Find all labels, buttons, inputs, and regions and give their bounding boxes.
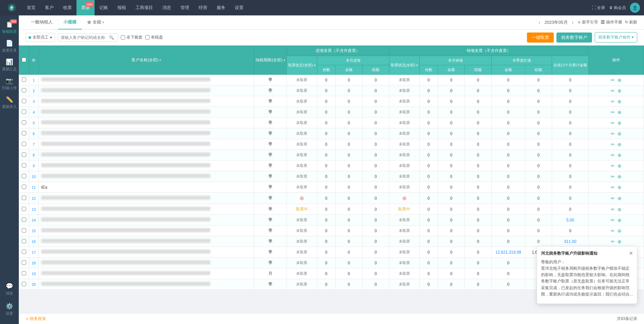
row-checkbox-cell[interactable]: [19, 225, 29, 236]
row-checkbox[interactable]: [22, 271, 26, 275]
next-month-btn[interactable]: ›: [571, 19, 575, 25]
copy-icon[interactable]: ⊕: [618, 99, 622, 104]
copy-icon[interactable]: ⊕: [618, 239, 622, 244]
out-status-cell[interactable]: 取票中: [389, 204, 419, 215]
row-checkbox-cell[interactable]: [19, 107, 29, 118]
in-status-cell[interactable]: 未取票: [287, 128, 317, 139]
tab-general[interactable]: 一般纳税人: [25, 15, 58, 29]
copy-icon[interactable]: ⊕: [618, 196, 622, 201]
row-checkbox-cell[interactable]: [19, 128, 29, 139]
out-status-cell[interactable]: 未取票: [389, 160, 419, 171]
out-status-cell[interactable]: 未取票: [389, 171, 419, 182]
row-checkbox[interactable]: [22, 217, 26, 222]
checkbox-named-accounts[interactable]: 名下账套: [121, 35, 143, 40]
edit-icon[interactable]: ✏: [611, 110, 615, 115]
out-status-cell[interactable]: 未取票: [389, 150, 419, 160]
in-status-cell[interactable]: 未取票: [287, 160, 317, 171]
tab-allround[interactable]: ⊕ 全能 ▾: [82, 15, 109, 29]
copy-icon[interactable]: ⊕: [618, 88, 622, 93]
row-checkbox[interactable]: [22, 174, 26, 178]
prev-month-btn[interactable]: ‹: [537, 19, 542, 25]
out-status-cell[interactable]: 未取票: [389, 215, 419, 225]
customer-name-cell[interactable]: [39, 204, 254, 215]
in-status-cell[interactable]: 未取票: [287, 85, 317, 96]
sidebar-item-invoice-open[interactable]: 📄 发票开具: [0, 37, 19, 56]
header-customer-name[interactable]: 客户名称(全部) ▾: [39, 46, 254, 75]
copy-icon[interactable]: ⊕: [618, 152, 622, 158]
row-checkbox-cell[interactable]: [19, 204, 29, 215]
row-checkbox[interactable]: [22, 163, 26, 168]
header-out-fetch-status[interactable]: 取票状态(全部) ▾: [389, 56, 419, 75]
customer-name-cell[interactable]: [39, 193, 254, 204]
nav-customer[interactable]: 客户: [40, 0, 58, 15]
customer-name-cell[interactable]: [39, 215, 254, 225]
sidebar-item-config[interactable]: ⚙️ 设置: [0, 300, 19, 319]
customer-name-cell[interactable]: [39, 139, 254, 150]
out-status-cell[interactable]: 未取票: [389, 96, 419, 107]
customer-name-cell[interactable]: [39, 75, 254, 85]
copy-icon[interactable]: ⊕: [618, 228, 622, 234]
out-status-cell[interactable]: 未取票: [389, 225, 419, 236]
nav-manage[interactable]: 管理: [176, 0, 194, 15]
tax-account-btn[interactable]: 税务数字账户: [556, 33, 592, 43]
out-status-cell[interactable]: 未取票: [389, 139, 419, 150]
customer-name-cell[interactable]: [39, 85, 254, 96]
one-click-fetch-btn[interactable]: 一键取票: [527, 33, 554, 43]
edit-icon[interactable]: ✏: [611, 228, 615, 234]
sidebar-item-smart-ticket[interactable]: 📋 智能取票 new: [0, 18, 19, 37]
out-status-cell[interactable]: 未取票: [389, 247, 419, 258]
row-checkbox-cell[interactable]: [19, 118, 29, 128]
customer-name-cell[interactable]: [39, 268, 254, 279]
row-checkbox[interactable]: [22, 152, 26, 157]
in-status-cell[interactable]: ⊗: [287, 193, 317, 204]
row-checkbox-cell[interactable]: [19, 85, 29, 96]
edit-icon[interactable]: ✏: [611, 120, 615, 126]
fullscreen-btn[interactable]: ⛶ 全屏: [592, 5, 605, 11]
in-status-cell[interactable]: 未取票: [287, 258, 317, 268]
row-checkbox-cell[interactable]: [19, 96, 29, 107]
customer-name-cell[interactable]: [39, 171, 254, 182]
copy-icon[interactable]: ⊕: [618, 174, 622, 179]
tax-account-ops-btn[interactable]: 税务数字账户操作 ▾: [595, 32, 637, 43]
copy-icon[interactable]: ⊕: [618, 77, 622, 83]
edit-icon[interactable]: ✏: [611, 163, 615, 169]
row-checkbox-cell[interactable]: [19, 258, 29, 268]
in-status-cell[interactable]: 未取票: [287, 182, 317, 193]
customer-name-cell[interactable]: [39, 247, 254, 258]
nav-business2[interactable]: 经营: [194, 0, 212, 15]
cumulative-link[interactable]: 5.00: [566, 218, 574, 222]
row-checkbox-cell[interactable]: [19, 75, 29, 85]
row-checkbox[interactable]: [22, 99, 26, 103]
period-filter-icon[interactable]: ▾: [283, 58, 285, 62]
in-status-cell[interactable]: 未取票: [287, 247, 317, 258]
refresh-link[interactable]: ↻ 刷新: [625, 19, 637, 25]
header-in-fetch-status[interactable]: 取票状态(全部) ▾: [287, 56, 317, 75]
in-status-cell[interactable]: 未取票: [287, 236, 317, 247]
in-status-cell[interactable]: 取票中: [287, 204, 317, 215]
copy-icon[interactable]: ⊕: [618, 207, 622, 212]
edit-icon[interactable]: ✏: [611, 77, 615, 83]
copy-icon[interactable]: ⊕: [618, 110, 622, 115]
out-status-cell[interactable]: ⊗: [389, 193, 419, 204]
customer-name-cell[interactable]: [39, 118, 254, 128]
row-checkbox-cell[interactable]: [19, 171, 29, 182]
search-icon[interactable]: 🔍: [109, 35, 114, 40]
nav-service[interactable]: 服务: [212, 0, 230, 15]
in-status-cell[interactable]: 未取票: [287, 107, 317, 118]
in-status-cell[interactable]: 未取票: [287, 96, 317, 107]
tab-small-scale[interactable]: 小规模: [58, 15, 82, 29]
customer-name-cell[interactable]: [39, 258, 254, 268]
edit-icon[interactable]: ✏: [611, 142, 615, 147]
row-checkbox[interactable]: [22, 88, 26, 92]
named-accounts-checkbox[interactable]: [121, 35, 125, 40]
customer-name-cell[interactable]: [39, 236, 254, 247]
row-checkbox[interactable]: [22, 185, 26, 189]
row-checkbox[interactable]: [22, 77, 26, 82]
sidebar-item-entry[interactable]: ✏️ 票据录入: [0, 93, 19, 112]
row-checkbox[interactable]: [22, 282, 26, 286]
nav-home[interactable]: 首页: [22, 0, 40, 15]
row-checkbox-cell[interactable]: [19, 279, 29, 290]
edit-icon[interactable]: ✏: [611, 207, 615, 212]
nav-tax[interactable]: 报税: [113, 0, 131, 15]
out-status-cell[interactable]: 未取票: [389, 258, 419, 268]
